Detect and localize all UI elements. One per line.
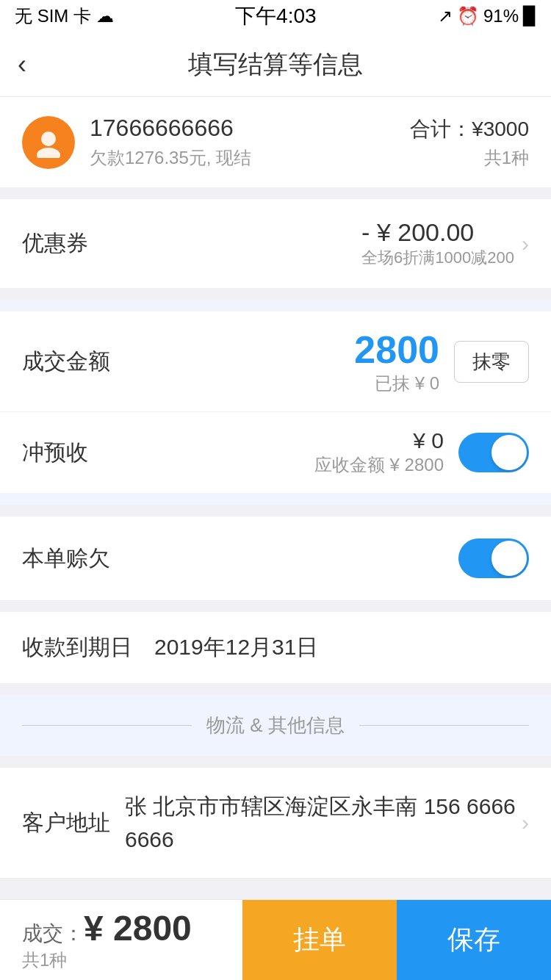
address-chevron-icon: › xyxy=(522,810,529,835)
sim-status: 无 SIM 卡 ☁ xyxy=(15,4,114,28)
total-amount: ¥3000 xyxy=(472,118,529,140)
deal-amount-value: 2800 xyxy=(354,328,439,372)
coupon-description: 全场6折满1000减200 xyxy=(361,247,514,269)
financial-section: 成交金额 2800 已抹 ¥ 0 抹零 冲预收 ¥ 0 应收金额 ¥ 2800 xyxy=(0,300,551,505)
bottom-count: 共1种 xyxy=(22,948,220,972)
chevron-right-icon: › xyxy=(522,231,529,256)
nav-bar: ‹ 填写结算等信息 xyxy=(0,32,551,97)
divider-line-right xyxy=(359,725,529,726)
toggle-knob xyxy=(491,435,527,470)
deal-erased: 已抹 ¥ 0 xyxy=(354,372,439,395)
bottom-bar: 成交：¥ 2800 共1种 挂单 保存 xyxy=(0,899,551,980)
address-section[interactable]: 客户地址 张 北京市市辖区海淀区永丰南 156 6666 6666 › xyxy=(0,768,551,878)
status-left: 无 SIM 卡 ☁ xyxy=(15,4,114,28)
due-date-section: 收款到期日 2019年12月31日 xyxy=(0,612,551,683)
customer-details: 17666666666 欠款1276.35元, 现结 xyxy=(90,115,251,170)
arrearage-toggle-knob xyxy=(491,541,527,576)
prepayment-row: 冲预收 ¥ 0 应收金额 ¥ 2800 xyxy=(0,411,551,493)
status-time: 下午4:03 xyxy=(235,2,317,30)
customer-total: 合计：¥3000 共1种 xyxy=(410,115,529,170)
svg-point-0 xyxy=(41,131,56,146)
arrearage-toggle[interactable] xyxy=(458,538,529,578)
coupon-label: 优惠券 xyxy=(22,228,88,259)
customer-info-section: 17666666666 欠款1276.35元, 现结 合计：¥3000 共1种 xyxy=(0,97,551,187)
location-icon: ↗ xyxy=(438,6,453,26)
total-label: 合计： xyxy=(410,118,472,140)
address-value: 张 北京市市辖区海淀区永丰南 156 6666 6666 xyxy=(125,790,522,856)
prepayment-right: ¥ 0 应收金额 ¥ 2800 xyxy=(314,428,529,477)
bottom-deal-amount: ¥ 2800 xyxy=(84,909,192,948)
prepayment-amount: ¥ 0 xyxy=(314,428,444,453)
svg-point-1 xyxy=(37,148,60,158)
prepayment-amount-block: ¥ 0 应收金额 ¥ 2800 xyxy=(314,428,444,477)
deal-amount-right: 2800 已抹 ¥ 0 抹零 xyxy=(354,328,529,395)
total-row: 合计：¥3000 xyxy=(410,115,529,143)
bottom-deal-label: 成交： xyxy=(22,922,84,945)
total-count: 共1种 xyxy=(410,146,529,170)
back-button[interactable]: ‹ xyxy=(18,49,26,80)
deal-amount-row: 成交金额 2800 已抹 ¥ 0 抹零 xyxy=(0,311,551,411)
due-date-label: 收款到期日 xyxy=(22,633,132,663)
deal-amount-block: 2800 已抹 ¥ 0 xyxy=(354,328,439,395)
coupon-section[interactable]: 优惠券 - ¥ 200.00 全场6折满1000减200 › xyxy=(0,199,551,288)
prepayment-receivable: 应收金额 ¥ 2800 xyxy=(314,453,444,477)
pending-button[interactable]: 挂单 xyxy=(242,900,397,981)
customer-phone: 17666666666 xyxy=(90,115,251,142)
logistics-section-label: 物流 & 其他信息 xyxy=(206,713,345,738)
erase-button[interactable]: 抹零 xyxy=(454,341,529,383)
page-title: 填写结算等信息 xyxy=(188,48,363,82)
status-bar: 无 SIM 卡 ☁ 下午4:03 ↗ ⏰ 91% ▉ xyxy=(0,0,551,32)
bottom-info: 成交：¥ 2800 共1种 xyxy=(0,908,242,972)
bottom-deal-row: 成交：¥ 2800 xyxy=(22,908,220,948)
avatar xyxy=(22,116,75,169)
save-button[interactable]: 保存 xyxy=(397,900,551,981)
customer-left: 17666666666 欠款1276.35元, 现结 xyxy=(22,115,251,170)
arrearage-section: 本单赊欠 xyxy=(0,516,551,600)
address-label: 客户地址 xyxy=(22,808,110,838)
due-date-value: 2019年12月31日 xyxy=(154,633,318,663)
content-area: 17666666666 欠款1276.35元, 现结 合计：¥3000 共1种 … xyxy=(0,97,551,980)
coupon-info: - ¥ 200.00 全场6折满1000减200 xyxy=(361,218,514,269)
alarm-icon: ⏰ xyxy=(457,6,479,26)
deal-amount-label: 成交金额 xyxy=(22,347,110,377)
battery-icon: ▉ xyxy=(523,6,536,26)
prepayment-toggle[interactable] xyxy=(458,433,529,472)
arrearage-label: 本单赊欠 xyxy=(22,544,110,574)
coupon-amount: - ¥ 200.00 xyxy=(361,218,514,247)
coupon-right: - ¥ 200.00 全场6折满1000减200 › xyxy=(361,218,529,269)
prepayment-label: 冲预收 xyxy=(22,438,88,468)
status-right: ↗ ⏰ 91% ▉ xyxy=(438,6,536,26)
customer-debt: 欠款1276.35元, 现结 xyxy=(90,146,251,170)
divider-line-left xyxy=(22,725,192,726)
logistics-divider: 物流 & 其他信息 xyxy=(0,695,551,756)
battery-level: 91% xyxy=(483,6,519,26)
